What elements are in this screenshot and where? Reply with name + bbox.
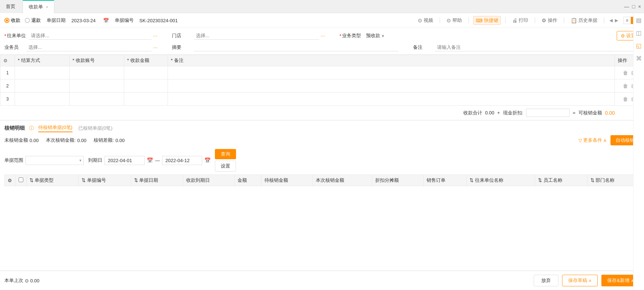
video-btn[interactable]: ⊙ 视频 [416,16,435,24]
range-select[interactable] [25,156,84,165]
cal-icon-from[interactable]: 📅 [147,157,153,163]
row2-account[interactable] [70,79,124,93]
date-from-input[interactable] [105,156,145,165]
tab-home[interactable]: 首页 [0,0,21,13]
th-checkbox: ⚙ [5,175,16,186]
th-gear: ⚙ [0,55,15,66]
store-input[interactable] [194,32,319,40]
diff-label: 核销差额: [94,137,114,144]
th-pending-label: 待核销金额 [264,177,288,183]
row2-delete-icon[interactable]: 🗑 [623,83,628,89]
tab-home-label: 首页 [6,3,15,10]
counterpart-more-btn[interactable]: ··· [153,33,157,39]
shortcut-btn[interactable]: ⌨ 快捷键 [473,16,501,25]
radio-tuikuan[interactable]: 退款 [25,17,41,24]
discount-input[interactable] [526,109,570,117]
th-discount-label: 折扣分摊额 [375,177,399,183]
row1-account[interactable] [70,66,124,79]
row2-note[interactable] [168,79,615,93]
required-star-counterpart: * [4,33,6,39]
sidebar-icon-3[interactable]: ◱ [636,42,641,49]
due-label: 到期日 [88,157,102,164]
row3-note[interactable] [168,93,615,106]
done-tab[interactable]: 已核销单据(0笔) [78,125,113,132]
note-input[interactable] [435,43,640,51]
cal-icon-to[interactable]: 📅 [204,157,211,163]
sidebar-icon-2[interactable]: ◫ [636,30,641,36]
range-field: 单据范围 [4,156,84,165]
table-gear-icon[interactable]: ⚙ [3,58,8,63]
help-btn[interactable]: ⊙ 帮助 [444,16,464,24]
footer-left: 本单上次 ⊙ 0.00 [4,277,39,284]
form-row-2: 业务员 ··· 摘要 备注 [4,43,640,51]
row2-settlement[interactable] [15,79,70,93]
history-btn[interactable]: 📋 历史单据 [569,16,600,24]
row3-delete-icon[interactable]: 🗑 [623,96,628,102]
summary-input[interactable] [194,43,398,51]
window-maximize-icon[interactable]: □ [632,4,635,9]
row1-amount[interactable] [124,66,168,79]
divider5 [564,17,564,23]
th-counterpart: ⇅ 往来单位名称 [467,175,535,186]
sort-icon2: ⇅ [82,177,86,183]
nav-prev[interactable]: ◀ [609,17,613,24]
note-field: 备注 [413,43,640,51]
tab-active[interactable]: 收款单 × [23,0,54,13]
more-filter-btn[interactable]: ▽ 更多条件 ∧ [578,137,607,144]
store-more-btn[interactable]: ··· [321,33,325,39]
main-area: 收款 退款 单据日期 2023-03-24 📅 单据编号 SK-20230324… [0,13,644,290]
th-current-verif-label: 本次核销金额 [316,177,344,183]
view-list-btn[interactable]: ≡ [623,17,631,24]
th-pending: 待核销金额 [261,175,313,186]
footer-info-icon[interactable]: ⊙ [25,278,29,283]
verif-settings-btn[interactable]: 设置 [215,161,236,172]
th-doc-number-label: 单据编号 [87,177,106,183]
print-btn[interactable]: 🖨 打印 [510,16,530,24]
row3-account[interactable] [70,93,124,106]
nav-next[interactable]: ▶ [614,17,619,24]
tab-close-icon[interactable]: × [46,5,48,9]
window-minimize-icon[interactable]: — [624,4,629,9]
th-sales-order: 销售订单 [423,175,467,186]
draft-btn[interactable]: 保存草稿 ∧ [562,275,598,286]
calendar-icon-date[interactable]: 📅 [103,18,109,23]
th-settlement-label: * 结算方式 [18,58,40,63]
th-account-label: * 收款账号 [72,58,95,63]
row1-delete-icon[interactable]: 🗑 [623,70,628,76]
discard-btn[interactable]: 放弃 [534,275,558,286]
range-select-wrap [25,156,84,165]
sidebar-icon-1[interactable]: ▤ [636,17,641,24]
sidebar-icon-4[interactable]: ⌘ [636,55,642,62]
window-close-icon[interactable]: × [638,4,641,9]
select-all-checkbox[interactable] [19,177,23,182]
row1-settlement[interactable] [15,66,70,79]
row3-amount[interactable] [124,93,168,106]
save-btn-label: 保存&新增 [607,277,629,284]
date-to-input[interactable] [162,156,202,165]
th-amount-label: * 收款金额 [127,58,149,63]
query-btn[interactable]: 查询 [215,149,236,159]
sort-icon6: ⇅ [590,177,594,183]
staff-input[interactable] [26,43,152,51]
th-doc-date: ⇅ 单据日期 [131,175,183,186]
eq-sign: = [573,110,576,115]
table-header-row: ⚙ * 结算方式 * 收款账号 * 收款金额 * 备注 操作 [0,55,644,66]
verif-title: 核销明细 [4,125,25,132]
sort-icon4: ⇅ [470,177,474,183]
business-type-arrow[interactable]: ▾ [382,33,384,39]
form-section: * 往来单位 ··· 门店 ··· * 业务类型 预收款 ▾ ⚙ 设置 [0,28,644,55]
operation-btn[interactable]: ⚙ 操作 [539,16,559,24]
row1-note[interactable] [168,66,615,79]
verif-info-icon[interactable]: ⓘ [29,125,34,132]
sort-icon5: ⇅ [538,177,542,183]
net-label: 可核销金额 [578,110,602,116]
staff-more-btn[interactable]: ··· [153,44,157,50]
row3-settlement[interactable] [15,93,70,106]
th-sales-order-label: 销售订单 [427,177,445,183]
counterpart-label: 往来单位 [7,32,29,39]
row2-amount[interactable] [124,79,168,93]
pending-tab[interactable]: 待核销单据(0笔) [38,124,72,132]
radio-shoukuan[interactable]: 收款 [4,17,20,24]
gear-icon-bottom[interactable]: ⚙ [8,178,12,183]
counterpart-input[interactable] [29,32,152,40]
